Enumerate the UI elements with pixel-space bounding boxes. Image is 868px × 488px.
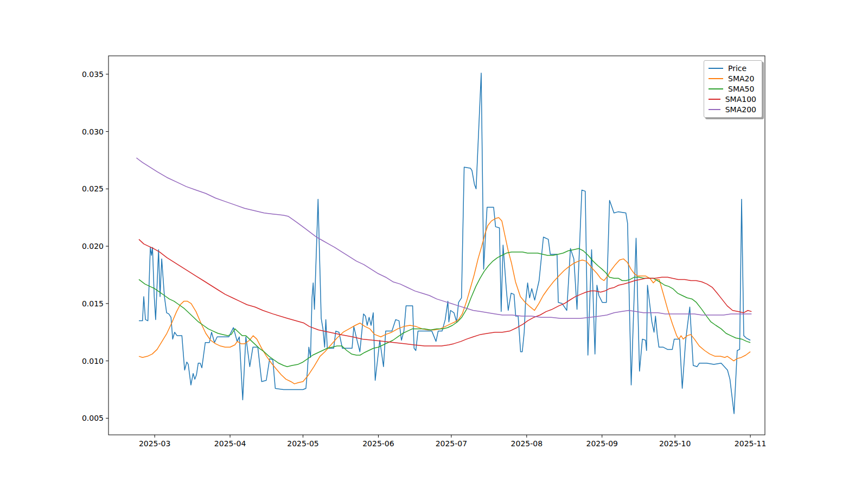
legend-entry-sma100: SMA100: [709, 94, 756, 104]
x-tick-label: 2025-05: [287, 439, 319, 448]
x-tick-label: 2025-10: [659, 439, 691, 448]
y-tick-label: 0.030: [82, 127, 104, 136]
x-tick-label: 2025-11: [735, 439, 767, 448]
y-tick-label: 0.020: [82, 242, 104, 251]
y-tick-label: 0.005: [82, 414, 104, 422]
series-line-sma200: [137, 158, 752, 318]
legend-line-sample: [709, 68, 723, 69]
legend-line-sample: [709, 78, 723, 79]
chart-figure: 2025-032025-042025-052025-062025-072025-…: [0, 0, 868, 488]
x-tick-label: 2025-07: [436, 439, 468, 448]
y-tick-label: 0.015: [82, 299, 104, 308]
legend-label: SMA200: [725, 106, 756, 113]
legend: PriceSMA20SMA50SMA100SMA200: [704, 60, 762, 118]
legend-label: SMA50: [728, 85, 754, 93]
legend-line-sample: [709, 88, 723, 89]
x-tick-label: 2025-08: [511, 439, 543, 448]
axes-frame: [108, 56, 765, 435]
series-line-sma100: [139, 239, 751, 346]
series-line-sma50: [139, 248, 750, 367]
legend-entry-sma50: SMA50: [709, 84, 756, 94]
x-tick-label: 2025-09: [586, 439, 618, 448]
series-line-price: [139, 73, 750, 414]
y-tick-label: 0.035: [82, 70, 104, 79]
legend-label: SMA20: [728, 75, 754, 82]
legend-label: Price: [728, 65, 746, 72]
legend-line-sample: [709, 99, 720, 100]
x-tick-label: 2025-04: [214, 439, 246, 448]
legend-entry-sma20: SMA20: [709, 74, 756, 84]
x-tick-label: 2025-06: [362, 439, 394, 448]
x-tick-label: 2025-03: [139, 439, 171, 448]
legend-line-sample: [709, 109, 720, 110]
y-tick-label: 0.010: [82, 357, 104, 365]
legend-label: SMA100: [725, 95, 756, 103]
y-tick-label: 0.025: [82, 184, 104, 193]
legend-entry-sma200: SMA200: [709, 104, 756, 114]
series-line-sma20: [139, 217, 750, 384]
legend-entry-price: Price: [709, 63, 756, 74]
